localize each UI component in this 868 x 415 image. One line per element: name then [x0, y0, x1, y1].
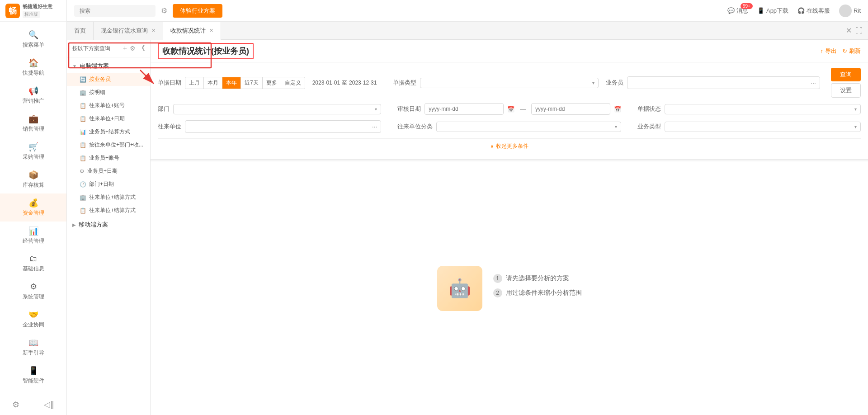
tab-receipt-stats-close[interactable]: ✕: [209, 28, 213, 33]
sidebar-item-purchase[interactable]: 🛒采购管理: [0, 137, 66, 165]
add-scheme-icon[interactable]: +: [123, 44, 127, 52]
business-type-select[interactable]: ▾: [665, 122, 861, 132]
collapse-filter-bar[interactable]: ∧ 收起更多条件: [158, 138, 861, 154]
tab-bar: 首页 现金银行流水查询 ✕ 收款情况统计 ✕ ✕ ⛶: [67, 22, 868, 40]
logo-tag: 标准版: [23, 11, 40, 18]
sidebar-item-quick-nav[interactable]: 🏠快捷导航: [0, 53, 66, 81]
staff-filter: 业务员 ···: [606, 76, 820, 89]
panel-title: 按以下方案查询: [72, 45, 110, 52]
tree-group-mobile: ▶ 移动端方案: [67, 218, 150, 231]
sidebar-label-marketing: 营销推广: [23, 97, 44, 105]
tab-bank-flow[interactable]: 现金银行流水查询 ✕: [94, 22, 163, 40]
counterpart-class-select[interactable]: ▾: [436, 122, 621, 132]
scheme-item-4[interactable]: 📋 往来单位+日期: [67, 112, 150, 125]
empty-step-1: 1 请先选择要分析的方案: [493, 274, 582, 283]
search-input[interactable]: [74, 5, 156, 17]
scheme-item-label-8: 业务员+日期: [87, 167, 118, 175]
sidebar-item-marketing[interactable]: 📢营销推广: [0, 81, 66, 109]
tab-home[interactable]: 首页: [67, 22, 94, 40]
tree-group-desktop-header[interactable]: ▼ 电脑端方案: [67, 59, 150, 73]
sidebar-item-basic[interactable]: 🗂基础信息: [0, 250, 66, 277]
settings-icon[interactable]: ⚙: [12, 400, 19, 410]
page-content: 按以下方案查询 + ⚙ 《 ▼ 电脑端方案 🔄 按业务员: [67, 40, 868, 415]
scheme-item-3[interactable]: 📋 往来单位+账号: [67, 99, 150, 112]
scheme-item-label-3: 往来单位+账号: [89, 102, 125, 109]
collapse-panel-icon[interactable]: 《: [138, 44, 145, 52]
date-tab-7days[interactable]: 近7天: [241, 77, 263, 89]
sidebar-item-enterprise[interactable]: 🤝企业协同: [0, 305, 66, 333]
counterpart-filter: 往来单位 ···: [158, 120, 381, 133]
query-button[interactable]: 查询: [831, 68, 861, 81]
action-buttons: 查询 设置: [831, 68, 861, 98]
online-service-button[interactable]: 🎧 在线客服: [797, 7, 830, 15]
sidebar-label-operation: 经营管理: [23, 237, 44, 245]
scheme-item-by-staff[interactable]: 🔄 按业务员: [67, 73, 150, 86]
page-title-bar: 收款情况统计(按业务员) ↑ 导出 ↻ 刷新: [151, 40, 868, 62]
collapse-sidebar-icon[interactable]: ◁‖: [44, 400, 54, 410]
empty-content: 🤖 1 请先选择要分析的方案 2 用过滤条件来缩小分析范围: [437, 266, 582, 311]
setting-button[interactable]: 设置: [831, 83, 861, 98]
app-download-button[interactable]: 📱 App下载: [757, 7, 788, 15]
sidebar-item-search[interactable]: 🔍搜索菜单: [0, 25, 66, 53]
tab-bank-flow-close[interactable]: ✕: [151, 28, 156, 33]
refresh-button[interactable]: ↻ 刷新: [842, 47, 861, 55]
message-button[interactable]: 💬 消息 99+: [727, 7, 748, 15]
scheme-item-7[interactable]: 📋 业务员+账号: [67, 151, 150, 165]
avatar: [839, 5, 852, 17]
scheme-item-11[interactable]: 📋 往来单位+结算方式: [67, 204, 150, 217]
sidebar-item-inventory[interactable]: 📦库存核算: [0, 165, 66, 193]
sidebar-label-finance: 资金管理: [23, 209, 44, 217]
date-tab-more[interactable]: 更多: [263, 77, 281, 89]
search-icon: 🔍: [28, 30, 38, 40]
review-date-end[interactable]: [531, 103, 610, 115]
sidebar-item-hardware[interactable]: 📱智能硬件: [0, 361, 66, 389]
staff-select[interactable]: ···: [627, 76, 820, 89]
scheme-item-8[interactable]: ⚙ 业务员+日期: [67, 165, 150, 178]
tab-receipt-stats[interactable]: 收款情况统计 ✕: [163, 22, 221, 40]
sidebar-item-system[interactable]: ⚙系统管理: [0, 277, 66, 305]
sidebar-item-wechat[interactable]: 💬企业微信: [0, 389, 66, 394]
business-type-chevron: ▾: [854, 124, 857, 129]
voucher-type-select[interactable]: ▾: [420, 78, 598, 88]
tree-group-mobile-header[interactable]: ▶ 移动端方案: [67, 218, 150, 231]
scheme-item-9[interactable]: 🕐 部门+日期: [67, 178, 150, 191]
scheme-settings-icon[interactable]: ⚙: [130, 45, 136, 52]
sidebar-item-operation[interactable]: 📊经营管理: [0, 222, 66, 250]
scheme-item-icon-10: 🏢: [80, 194, 86, 201]
export-button[interactable]: ↑ 导出: [821, 47, 837, 55]
date-range-display: 2023-01-01 至 2023-12-31: [312, 79, 377, 87]
tab-maximize-icon[interactable]: ⛶: [855, 27, 863, 35]
export-icon: ↑: [821, 47, 824, 54]
gear-icon[interactable]: ⚙: [161, 6, 167, 15]
user-avatar-area[interactable]: Rit: [839, 5, 861, 17]
date-tab-last-month[interactable]: 上月: [185, 77, 204, 89]
download-icon: 📱: [757, 7, 764, 14]
sales-icon: 💼: [28, 114, 38, 124]
date-tab-this-year[interactable]: 本年: [222, 77, 241, 89]
date-end: 2023-12-31: [349, 80, 377, 86]
tab-close-all-icon[interactable]: ✕: [846, 26, 852, 35]
trial-button[interactable]: 体验行业方案: [173, 4, 222, 18]
left-scheme-panel: 按以下方案查询 + ⚙ 《 ▼ 电脑端方案 🔄 按业务员: [67, 40, 151, 415]
sidebar-item-guide[interactable]: 📖新手引导: [0, 333, 66, 361]
sidebar-label-hardware: 智能硬件: [23, 377, 44, 385]
scheme-item-icon-11: 📋: [80, 208, 86, 214]
voucher-type-chevron: ▾: [592, 80, 594, 85]
date-tab-custom[interactable]: 自定义: [281, 77, 305, 89]
counterpart-select[interactable]: ···: [185, 120, 381, 133]
sidebar-item-finance[interactable]: 💰资金管理: [0, 193, 66, 222]
date-tab-this-month[interactable]: 本月: [204, 77, 222, 89]
sidebar-item-sales[interactable]: 💼销售管理: [0, 109, 66, 137]
scheme-item-icon-9: 🕐: [80, 181, 86, 188]
scheme-item-label-6: 按往来单位+部门+收...: [89, 141, 143, 149]
scheme-item-5[interactable]: 📊 业务员+结算方式: [67, 125, 150, 138]
dept-select[interactable]: ▾: [173, 104, 381, 114]
review-date-start[interactable]: [425, 103, 504, 115]
voucher-status-select[interactable]: ▾: [665, 104, 861, 114]
scheme-item-icon-6: 📋: [80, 142, 86, 148]
scheme-item-10[interactable]: 🏢 往来单位+结算方式: [67, 191, 150, 204]
scheme-item-detail[interactable]: 🏢 按明细: [67, 86, 150, 99]
scheme-item-6[interactable]: 📋 按往来单位+部门+收...: [67, 138, 150, 151]
empty-step-2: 2 用过滤条件来缩小分析范围: [493, 288, 582, 297]
sidebar-label-inventory: 库存核算: [23, 181, 44, 189]
